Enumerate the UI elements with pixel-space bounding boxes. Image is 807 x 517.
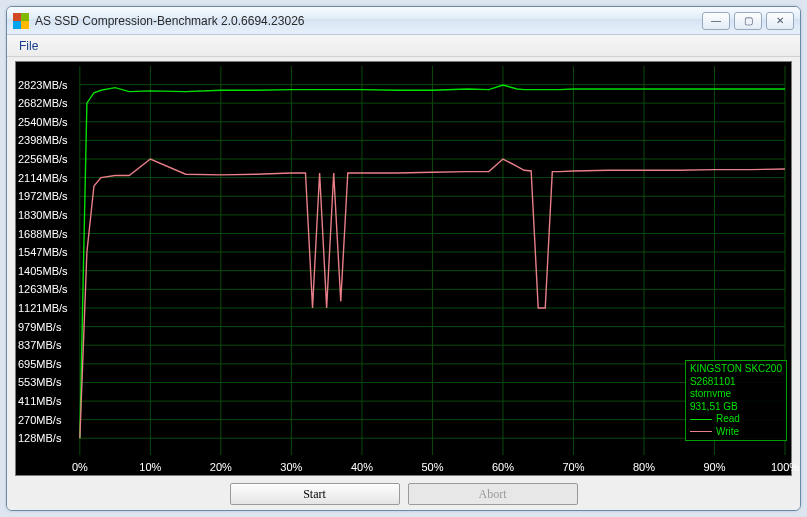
- legend-write-label: Write: [716, 426, 739, 437]
- window-controls: — ▢ ✕: [702, 12, 794, 30]
- y-tick-label: 1688MB/s: [18, 228, 68, 240]
- app-window: AS SSD Compression-Benchmark 2.0.6694.23…: [6, 6, 801, 511]
- y-tick-label: 2540MB/s: [18, 116, 68, 128]
- x-tick-label: 60%: [492, 461, 514, 473]
- x-tick-label: 10%: [139, 461, 161, 473]
- y-tick-label: 1405MB/s: [18, 265, 68, 277]
- x-tick-label: 50%: [421, 461, 443, 473]
- legend-device-1: KINGSTON SKC200: [690, 363, 782, 376]
- y-tick-label: 2398MB/s: [18, 134, 68, 146]
- y-tick-label: 1263MB/s: [18, 283, 68, 295]
- menu-file[interactable]: File: [11, 37, 46, 55]
- x-tick-label: 80%: [633, 461, 655, 473]
- y-tick-label: 2114MB/s: [18, 172, 68, 184]
- legend-capacity: 931,51 GB: [690, 401, 782, 414]
- chart-plot: [16, 62, 791, 475]
- x-tick-label: 20%: [210, 461, 232, 473]
- x-tick-label: 40%: [351, 461, 373, 473]
- legend-write: Write: [690, 426, 782, 439]
- app-icon: [13, 13, 29, 29]
- bottom-bar: Start Abort: [7, 478, 800, 510]
- y-tick-label: 1121MB/s: [18, 302, 68, 314]
- x-tick-label: 30%: [280, 461, 302, 473]
- menubar: File: [7, 35, 800, 57]
- start-button[interactable]: Start: [230, 483, 400, 505]
- y-tick-label: 2256MB/s: [18, 153, 68, 165]
- abort-button[interactable]: Abort: [408, 483, 578, 505]
- y-tick-label: 128MB/s: [18, 432, 61, 444]
- y-tick-label: 1547MB/s: [18, 246, 68, 258]
- x-tick-label: 100%: [771, 461, 799, 473]
- y-tick-label: 979MB/s: [18, 321, 61, 333]
- chart-area: 128MB/s270MB/s411MB/s553MB/s695MB/s837MB…: [15, 61, 792, 476]
- y-tick-label: 1972MB/s: [18, 190, 68, 202]
- y-tick-label: 695MB/s: [18, 358, 61, 370]
- y-tick-label: 2682MB/s: [18, 97, 68, 109]
- y-tick-label: 270MB/s: [18, 414, 61, 426]
- x-tick-label: 90%: [703, 461, 725, 473]
- y-tick-label: 553MB/s: [18, 376, 61, 388]
- close-button[interactable]: ✕: [766, 12, 794, 30]
- y-tick-label: 837MB/s: [18, 339, 61, 351]
- legend: KINGSTON SKC200 S2681101 stornvme 931,51…: [685, 360, 787, 441]
- x-tick-label: 0%: [72, 461, 88, 473]
- legend-device-2: S2681101: [690, 376, 782, 389]
- legend-read-label: Read: [716, 413, 740, 424]
- y-tick-label: 411MB/s: [18, 395, 61, 407]
- y-tick-label: 1830MB/s: [18, 209, 68, 221]
- legend-driver: stornvme: [690, 388, 782, 401]
- x-tick-label: 70%: [562, 461, 584, 473]
- maximize-button[interactable]: ▢: [734, 12, 762, 30]
- legend-read: Read: [690, 413, 782, 426]
- y-tick-label: 2823MB/s: [18, 79, 68, 91]
- minimize-button[interactable]: —: [702, 12, 730, 30]
- titlebar[interactable]: AS SSD Compression-Benchmark 2.0.6694.23…: [7, 7, 800, 35]
- window-title: AS SSD Compression-Benchmark 2.0.6694.23…: [35, 14, 702, 28]
